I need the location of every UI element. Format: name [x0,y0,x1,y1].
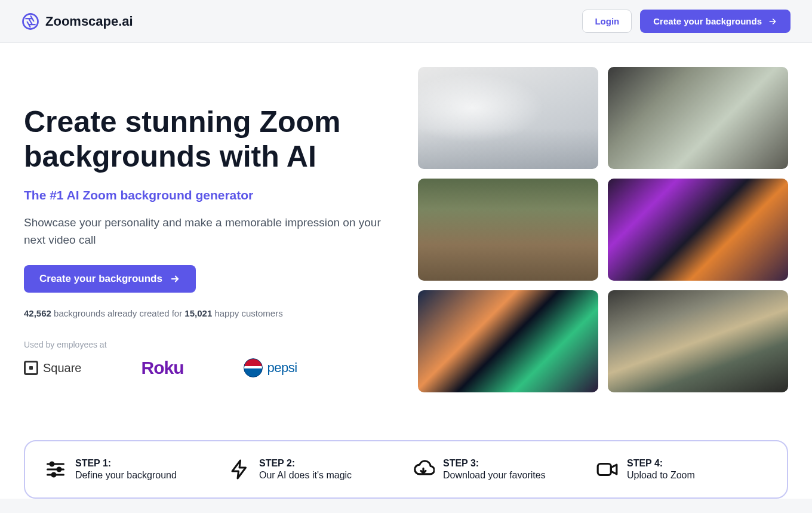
svg-point-6 [52,473,56,477]
gallery-image [608,179,788,281]
used-by-label: Used by employees at [24,340,394,349]
create-backgrounds-button-hero[interactable]: Create your backgrounds [24,265,196,293]
logo-roku: Roku [142,358,184,378]
step-1: STEP 1: Define your background [44,458,216,481]
step-4: STEP 4: Upload to Zoom [596,458,768,481]
customers-count: 15,021 [184,308,212,318]
arrow-right-icon [170,274,180,284]
company-logos: Square Roku pepsi [24,358,394,378]
stats-text: 42,562 backgrounds already created for 1… [24,308,394,318]
create-backgrounds-button-header[interactable]: Create your backgrounds [640,10,791,33]
backgrounds-count: 42,562 [24,308,51,318]
hero-subtitle: The #1 AI Zoom background generator [24,188,394,202]
step-desc: Define your background [75,470,177,481]
cloud-download-icon [412,458,435,481]
cta-label: Create your backgrounds [39,273,162,285]
gallery-image [418,179,598,281]
step-desc: Download your favorites [443,470,546,481]
cta-label: Create your backgrounds [653,16,762,26]
gallery-image [418,67,598,169]
gallery-grid [418,67,788,392]
step-label: STEP 3: [443,458,546,469]
logo-pepsi: pepsi [244,358,297,377]
step-label: STEP 1: [75,458,177,469]
brand-logo[interactable]: Zoomscape.ai [21,13,133,30]
gallery-image [418,290,598,392]
square-icon [24,361,38,375]
pepsi-icon [244,358,263,377]
steps-section: STEP 1: Define your background STEP 2: O… [0,392,812,499]
gallery-image [608,67,788,169]
step-2: STEP 2: Our AI does it's magic [228,458,400,481]
step-desc: Upload to Zoom [627,470,695,481]
steps-card: STEP 1: Define your background STEP 2: O… [24,440,788,499]
step-3: STEP 3: Download your favorites [412,458,584,481]
step-desc: Our AI does it's magic [259,470,352,481]
aperture-icon [21,13,39,30]
svg-rect-7 [598,464,611,475]
bolt-icon [228,458,251,481]
svg-point-4 [57,468,61,471]
header: Zoomscape.ai Login Create your backgroun… [0,0,812,43]
hero-section: Create stunning Zoom backgrounds with AI… [0,43,812,392]
hero-title: Create stunning Zoom backgrounds with AI [24,105,394,174]
brand-name: Zoomscape.ai [45,14,133,29]
login-button[interactable]: Login [582,10,632,33]
video-icon [596,458,619,481]
hero-content: Create stunning Zoom backgrounds with AI… [24,67,394,392]
svg-point-2 [50,462,54,466]
gallery-image [608,290,788,392]
step-label: STEP 4: [627,458,695,469]
header-actions: Login Create your backgrounds [582,10,791,33]
arrow-right-icon [768,17,777,26]
logo-square: Square [24,361,82,375]
hero-description: Showcase your personality and make a mem… [24,214,394,248]
step-label: STEP 2: [259,458,352,469]
sliders-icon [44,458,67,481]
